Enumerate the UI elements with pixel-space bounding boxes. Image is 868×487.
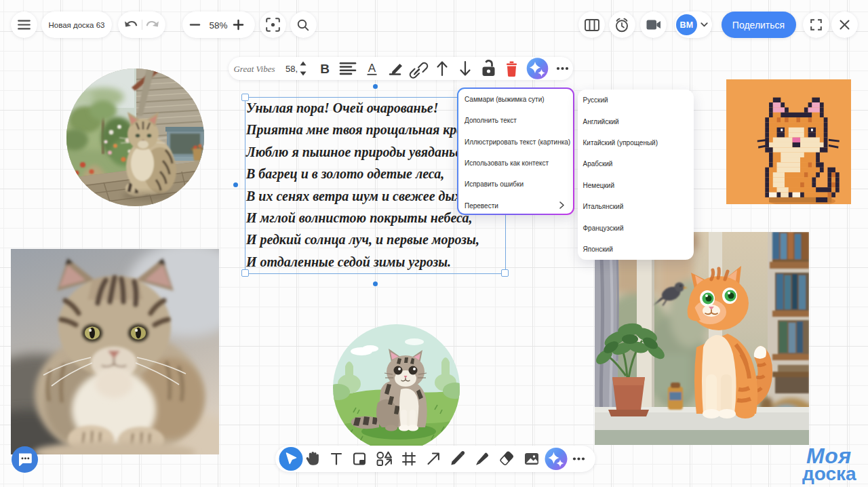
svg-text:Great Vibes: Great Vibes xyxy=(233,64,275,74)
svg-text:A: A xyxy=(368,62,376,75)
svg-text:B: B xyxy=(320,62,330,76)
svg-text:доска: доска xyxy=(802,463,856,484)
svg-text:58,: 58, xyxy=(285,64,298,74)
svg-text:58%: 58% xyxy=(209,20,227,31)
